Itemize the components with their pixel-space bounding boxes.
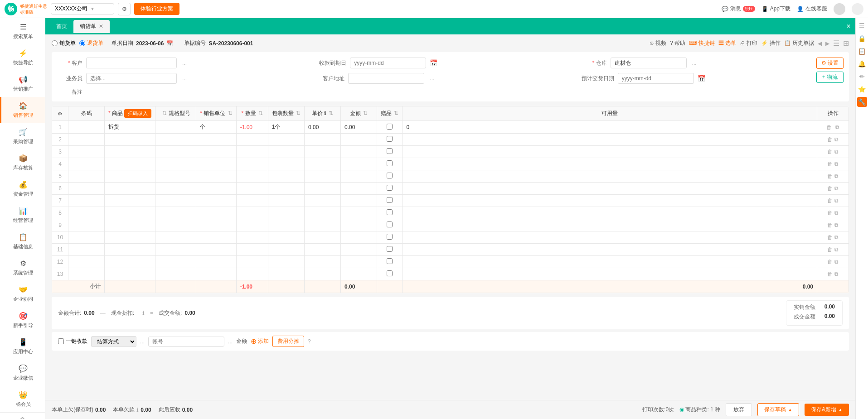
sidebar-item-inventory[interactable]: 📦 库存核算 <box>0 149 45 176</box>
row-1-pkg-qty[interactable]: 1个 <box>268 121 304 134</box>
save-draft-expand-icon[interactable]: ▲ <box>788 407 792 412</box>
delete-icon[interactable]: 🗑 <box>827 149 833 155</box>
salesperson-input[interactable] <box>86 73 177 84</box>
scan-button[interactable]: 扫码录入 <box>124 109 151 118</box>
tab-close-btn[interactable]: ✕ <box>99 23 103 29</box>
copy-icon[interactable]: ⧉ <box>834 197 839 204</box>
customer-dots[interactable]: ... <box>182 60 187 66</box>
due-date-input[interactable] <box>350 58 426 68</box>
row-1-price[interactable]: 0.00 <box>305 121 341 134</box>
trial-button[interactable]: 体验行业方案 <box>134 3 179 15</box>
sidebar-item-finance[interactable]: 💰 资金管理 <box>0 176 45 202</box>
copy-icon[interactable]: ⧉ <box>834 210 839 216</box>
save-new-expand-icon[interactable]: ▲ <box>838 407 843 412</box>
message-button[interactable]: 💬 消息 99+ <box>722 5 755 13</box>
rp-btn-1[interactable]: ☰ <box>857 21 867 31</box>
row-1-spec[interactable] <box>155 121 196 134</box>
radio-return[interactable]: 退货单 <box>79 39 103 47</box>
tab-home[interactable]: 首页 <box>50 20 73 33</box>
delete-icon[interactable]: 🗑 <box>827 271 833 277</box>
help-btn[interactable]: ? 帮助 <box>670 39 685 47</box>
copy-icon[interactable]: ⧉ <box>834 271 839 277</box>
company-selector[interactable]: XXXXXX公司 ▼ <box>51 3 114 14</box>
list-view-icon[interactable]: ☰ <box>833 39 839 48</box>
customer-addr-dots[interactable]: ... <box>430 75 434 82</box>
sidebar-item-collab[interactable]: 🤝 企业协同 <box>0 281 45 307</box>
save-draft-button[interactable]: 保存草稿 ▲ <box>757 403 799 416</box>
sidebar-item-quick-nav[interactable]: ⚡ 快捷导航 <box>0 44 45 71</box>
warehouse-input[interactable] <box>611 58 687 68</box>
flow-button[interactable]: + 物流 <box>816 72 844 83</box>
customer-input[interactable] <box>86 58 177 68</box>
copy-icon[interactable]: ⧉ <box>834 161 839 167</box>
warehouse-dots[interactable]: ... <box>692 60 697 66</box>
nav-next-icon[interactable]: ▶ <box>825 40 829 47</box>
video-btn[interactable]: ⊙ 视频 <box>650 39 666 47</box>
delivery-calendar-icon[interactable]: 📅 <box>698 75 705 82</box>
one-click-payment-check[interactable]: 一键收款 <box>58 337 87 345</box>
rp-btn-2[interactable]: 🔒 <box>857 34 867 43</box>
delete-icon[interactable]: 🗑 <box>827 197 833 204</box>
row-1-gift-check[interactable] <box>387 124 393 130</box>
delivery-date-input[interactable] <box>618 73 694 84</box>
delete-icon[interactable]: 🗑 <box>827 259 833 265</box>
delete-icon[interactable]: 🗑 <box>827 234 833 241</box>
op-btn[interactable]: ⚡ 操作 <box>761 39 780 47</box>
rp-btn-6[interactable]: ⭐ <box>857 84 867 94</box>
sidebar-item-wechat[interactable]: 💬 企业微信 <box>0 360 45 386</box>
delete-icon[interactable]: 🗑 <box>827 210 833 216</box>
avatar[interactable] <box>834 3 845 15</box>
close-all-icon[interactable]: ✕ <box>846 23 851 29</box>
copy-icon[interactable]: ⧉ <box>834 234 839 241</box>
radio-sales[interactable]: 销货单 <box>52 39 76 47</box>
expense-split-button[interactable]: 费用分摊 <box>272 336 304 347</box>
copy-icon[interactable]: ⧉ <box>834 222 839 228</box>
copy-icon[interactable]: ⧉ <box>834 185 839 192</box>
app-download-button[interactable]: 📱 App下载 <box>761 5 790 13</box>
copy-icon[interactable]: ⧉ <box>834 246 839 253</box>
delete-icon[interactable]: 🗑 <box>827 222 833 228</box>
copy-icon[interactable]: ⧉ <box>834 136 839 143</box>
settings-button[interactable]: ⚙ 设置 <box>816 58 844 69</box>
save-new-button[interactable]: 保存&新增 ▲ <box>805 404 849 416</box>
salesperson-dots[interactable]: ... <box>182 75 187 82</box>
rp-btn-5[interactable]: ✏ <box>857 72 867 82</box>
copy-icon[interactable]: ⧉ <box>834 173 839 179</box>
delete-icon[interactable]: 🗑 <box>827 246 833 253</box>
payment-method-dots[interactable]: ... <box>140 338 145 345</box>
delete-icon[interactable]: 🗑 <box>827 161 833 167</box>
copy-icon[interactable]: ⧉ <box>834 149 839 155</box>
grid-view-icon[interactable]: ⊞ <box>843 39 849 48</box>
shortcut-btn[interactable]: ⌨ 快捷键 <box>689 39 714 47</box>
sidebar-item-member[interactable]: 👑 畅会员 <box>0 386 45 412</box>
row-1-copy-icon[interactable]: ⧉ <box>835 124 839 130</box>
rp-btn-4[interactable]: 🔔 <box>857 59 867 69</box>
sidebar-item-system[interactable]: ⚙ 系统管理 <box>0 255 45 281</box>
radio-sales-input[interactable] <box>52 40 58 46</box>
account-input[interactable] <box>148 337 224 347</box>
row-1-amount[interactable]: 0.00 <box>341 121 377 134</box>
rp-btn-3[interactable]: 📋 <box>857 46 867 56</box>
add-payment-button[interactable]: ⊕ 添加 <box>251 337 269 346</box>
tab-sales-order[interactable]: 销货单 ✕ <box>73 20 110 33</box>
discard-button[interactable]: 放弃 <box>726 403 752 416</box>
payment-method-select[interactable]: 结算方式 <box>91 336 136 347</box>
delete-icon[interactable]: 🗑 <box>827 136 833 143</box>
delete-icon[interactable]: 🗑 <box>827 185 833 192</box>
sidebar-settings-btn[interactable]: ⚙ <box>0 413 45 419</box>
sidebar-item-operations[interactable]: 📊 经营管理 <box>0 202 45 228</box>
row-1-barcode[interactable] <box>68 121 105 134</box>
rp-btn-7[interactable]: 🔧 <box>857 97 867 107</box>
row-1-gift[interactable] <box>377 121 402 134</box>
customer-addr-input[interactable] <box>348 73 424 84</box>
radio-return-input[interactable] <box>79 40 85 46</box>
amount-dots[interactable]: ... <box>228 338 233 345</box>
sidebar-item-search[interactable]: ☰ 搜索菜单 <box>0 18 45 44</box>
online-service-button[interactable]: 👤 在线客服 <box>797 5 827 13</box>
calendar-icon[interactable]: 📅 <box>166 40 173 47</box>
copy-icon[interactable]: ⧉ <box>834 259 839 265</box>
due-date-calendar-icon[interactable]: 📅 <box>430 59 437 67</box>
row-1-delete-icon[interactable]: 🗑 <box>826 124 832 130</box>
th-settings[interactable]: ⚙ <box>52 106 68 121</box>
product-types-dot[interactable]: ◉ <box>679 406 684 413</box>
